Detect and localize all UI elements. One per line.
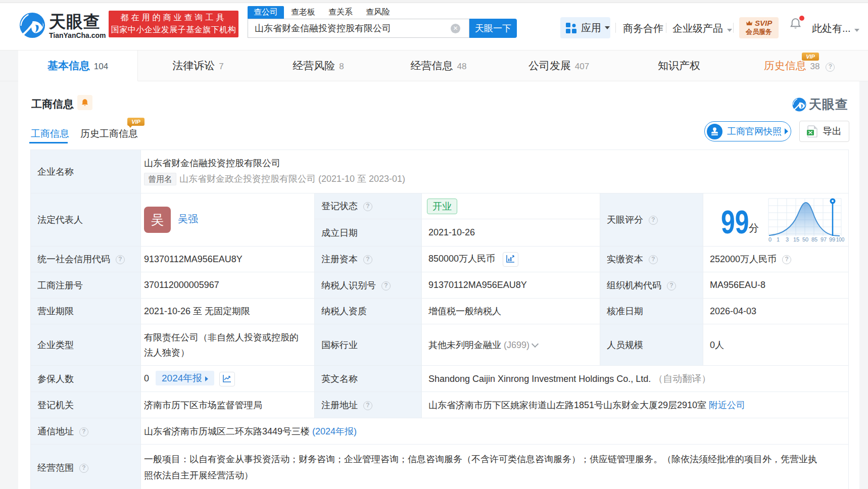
svg-text:1: 1 bbox=[777, 236, 780, 242]
svg-text:3: 3 bbox=[786, 236, 789, 242]
svg-text:100: 100 bbox=[836, 237, 845, 242]
svg-text:99: 99 bbox=[829, 236, 835, 242]
svg-text:0: 0 bbox=[768, 236, 771, 242]
svg-text:15: 15 bbox=[793, 236, 799, 242]
svg-text:97: 97 bbox=[821, 236, 827, 242]
svg-text:50: 50 bbox=[802, 236, 808, 242]
svg-text:85: 85 bbox=[811, 236, 817, 242]
